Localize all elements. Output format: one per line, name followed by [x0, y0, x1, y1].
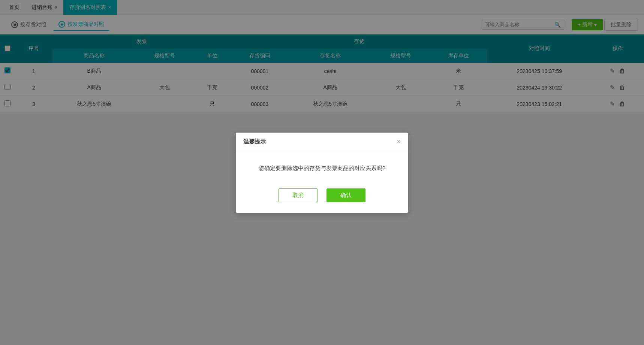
confirm-overlay: 温馨提示 × 您确定要删除选中的存货与发票商品的对应关系吗? 取消 确认 [0, 0, 644, 112]
